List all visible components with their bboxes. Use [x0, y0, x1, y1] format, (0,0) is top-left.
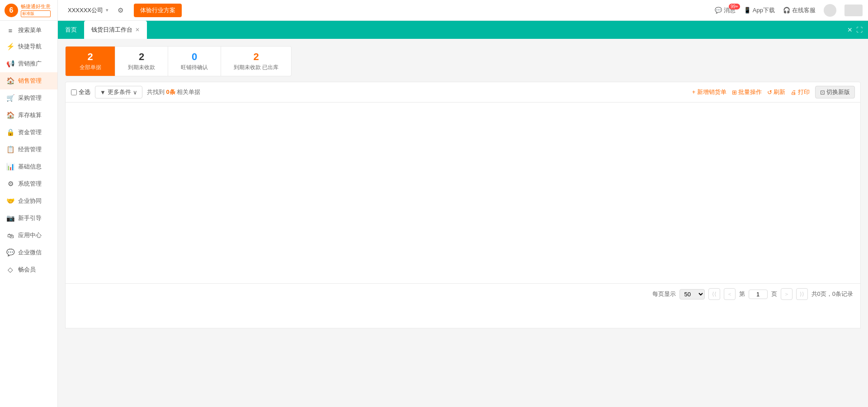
toolbar-left: 全选 ▼ 更多条件 ∨ 共找到 0条 相关单据	[71, 86, 688, 98]
found-suffix: 相关单据	[177, 89, 200, 95]
pagination: 每页显示 50 100 200 ⟨⟨ ＜ 第 页 ＞ ⟩⟩ 共0页，0条记录	[66, 283, 860, 304]
sidebar-item-label: 系统管理	[18, 180, 42, 188]
sidebar-item-appstore[interactable]: 🛍 应用中心	[0, 227, 57, 244]
pagination-last-btn[interactable]: ⟩⟩	[796, 288, 808, 300]
sidebar-logo: 6 畅捷通好生意 标准版	[0, 0, 57, 21]
sidebar-search-btn[interactable]: ≡ 搜索菜单	[0, 23, 57, 38]
sidebar-item-label: 新手引导	[18, 214, 42, 222]
app-logo-icon: 6	[5, 4, 18, 17]
print-button[interactable]: 🖨 打印	[791, 88, 810, 96]
chevron-down-icon: ∨	[133, 89, 137, 96]
sidebar-item-basic-info[interactable]: 📊 基础信息	[0, 158, 57, 175]
settings-icon[interactable]: ⚙	[114, 4, 127, 17]
user-name-area[interactable]	[844, 5, 863, 16]
switch-version-button[interactable]: ⊡ 切换新版	[815, 86, 855, 98]
wechat-work-icon: 💬	[6, 248, 14, 257]
per-page-select[interactable]: 50 100 200	[679, 289, 705, 299]
sidebar-item-purchase[interactable]: 🛒 采购管理	[0, 89, 57, 107]
newbie-icon: 📷	[6, 214, 14, 222]
chevron-down-icon[interactable]: ▾	[106, 7, 108, 13]
app-download-label: App下载	[753, 6, 775, 14]
app-name: 畅捷通好生意	[21, 3, 51, 9]
sidebar: 6 畅捷通好生意 标准版 ≡ 搜索菜单 ⚡ 快捷导航 📢 营销推广 🏠 销售管理…	[0, 0, 58, 407]
message-btn[interactable]: 💬 消息 99+	[715, 6, 736, 14]
sales-icon: 🏠	[6, 77, 14, 85]
sidebar-item-label: 畅会员	[18, 266, 36, 274]
appstore-icon: 🛍	[6, 232, 14, 239]
select-all-checkbox[interactable]: 全选	[71, 88, 90, 96]
sidebar-search-label: 搜索菜单	[18, 26, 42, 34]
stats-tab-all[interactable]: 2 全部单据	[66, 47, 115, 76]
sidebar-item-operations[interactable]: 📋 经营管理	[0, 141, 57, 158]
refresh-button[interactable]: ↺ 刷新	[767, 88, 785, 96]
table-empty-state	[66, 103, 860, 283]
batch-label: 批量操作	[738, 88, 762, 96]
switch-icon: ⊡	[820, 89, 825, 96]
try-industry-button[interactable]: 体验行业方案	[134, 4, 182, 17]
stats-tab-all-num: 2	[78, 51, 102, 63]
filter-icon: ▼	[100, 89, 106, 96]
sidebar-item-finance[interactable]: 🔒 资金管理	[0, 124, 57, 141]
sidebar-item-inventory[interactable]: 🏠 库存核算	[0, 107, 57, 124]
filter-label: 更多条件	[108, 88, 131, 96]
pagination-first-btn[interactable]: ⟨⟨	[708, 288, 720, 300]
table-area: 每页显示 50 100 200 ⟨⟨ ＜ 第 页 ＞ ⟩⟩ 共0页，0条记录	[65, 103, 861, 328]
sidebar-item-label: 营销推广	[18, 60, 42, 68]
found-count: 0条	[166, 89, 175, 95]
tab-home-label: 首页	[65, 26, 77, 34]
refresh-label: 刷新	[774, 88, 785, 96]
add-sales-order-button[interactable]: + 新增销货单	[692, 88, 726, 96]
message-badge: 99+	[729, 4, 740, 9]
system-icon: ⚙	[6, 180, 14, 188]
online-service-btn[interactable]: 🎧 在线客服	[783, 6, 816, 14]
print-icon: 🖨	[791, 89, 797, 96]
sidebar-item-quick-nav[interactable]: ⚡ 快捷导航	[0, 38, 57, 55]
sidebar-item-wechat-work[interactable]: 💬 企业微信	[0, 244, 57, 261]
print-label: 打印	[798, 88, 810, 96]
more-filter-button[interactable]: ▼ 更多条件 ∨	[95, 86, 142, 98]
select-all-input[interactable]	[71, 89, 77, 95]
page-suffix: 页	[771, 290, 777, 298]
marketing-icon: 📢	[6, 60, 14, 68]
tabbar-actions: ✕ ⛶	[847, 26, 868, 33]
switch-label: 切换新版	[826, 88, 850, 96]
toolbar: 全选 ▼ 更多条件 ∨ 共找到 0条 相关单据 + 新增销货单 ⊞ 批量操作 ↺…	[65, 82, 861, 103]
tabbar: 首页 钱货日清工作台 ✕ ✕ ⛶	[58, 21, 868, 39]
pagination-prev-btn[interactable]: ＜	[724, 288, 736, 300]
purchase-icon: 🛒	[6, 94, 14, 102]
tab-home[interactable]: 首页	[58, 21, 84, 39]
sidebar-item-marketing[interactable]: 📢 营销推广	[0, 55, 57, 72]
app-download-btn[interactable]: 📱 App下载	[744, 6, 775, 14]
tab-close-all-icon[interactable]: ✕	[847, 26, 853, 33]
stats-tab-shipped[interactable]: 2 到期未收款 已出库	[221, 47, 291, 76]
stats-tab-overdue-num: 2	[128, 51, 155, 63]
sidebar-item-newbie[interactable]: 📷 新手引导	[0, 210, 57, 227]
sidebar-item-system[interactable]: ⚙ 系统管理	[0, 175, 57, 192]
user-avatar[interactable]	[824, 4, 836, 17]
sidebar-item-label: 企业协同	[18, 197, 42, 205]
enterprise-icon: 🤝	[6, 197, 14, 205]
main-content: 2 全部单据 2 到期未收款 0 旺铺待确认 2 到期未收款 已出库 全选 ▼ …	[58, 39, 868, 407]
member-icon: ◇	[6, 266, 14, 274]
stats-tab-overdue[interactable]: 2 到期未收款	[115, 47, 168, 76]
per-page-label: 每页显示	[652, 290, 676, 298]
close-icon[interactable]: ✕	[135, 27, 140, 33]
sidebar-item-enterprise[interactable]: 🤝 企业协同	[0, 192, 57, 210]
tab-work-station[interactable]: 钱货日清工作台 ✕	[84, 21, 147, 39]
sidebar-item-label: 库存核算	[18, 111, 42, 119]
page-input[interactable]	[749, 290, 768, 299]
batch-operation-button[interactable]: ⊞ 批量操作	[732, 88, 762, 96]
stats-tab-shipped-num: 2	[234, 51, 278, 63]
found-text: 共找到 0条 相关单据	[147, 88, 200, 96]
service-icon: 🎧	[783, 7, 790, 14]
tab-expand-icon[interactable]: ⛶	[856, 26, 863, 33]
pagination-next-btn[interactable]: ＞	[781, 288, 793, 300]
inventory-icon: 🏠	[6, 111, 14, 119]
sidebar-item-member[interactable]: ◇ 畅会员	[0, 261, 57, 278]
company-name: XXXXXX公司	[68, 6, 103, 14]
stats-tab-wangpu[interactable]: 0 旺铺待确认	[168, 47, 221, 76]
app-tag: 标准版	[21, 10, 51, 17]
sidebar-item-sales[interactable]: 🏠 销售管理	[0, 72, 57, 89]
sidebar-item-label: 企业微信	[18, 248, 42, 257]
tab-workstation-label: 钱货日清工作台	[91, 26, 132, 34]
